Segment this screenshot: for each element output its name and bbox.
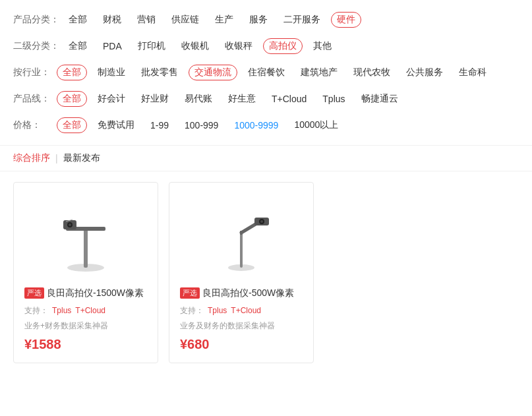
- industry-zhusucanting[interactable]: 住宿餐饮: [243, 65, 290, 80]
- sort-bar: 综合排序 | 最新发布: [0, 146, 532, 171]
- category-items: 全部 财税 营销 供应链 生产 服务 二开服务 硬件: [63, 12, 361, 28]
- product-grid: 严选 良田高拍仪-1500W像素 支持： Tplus T+Cloud 业务+财务…: [0, 171, 532, 374]
- pl-haoshengyi[interactable]: 好生意: [223, 92, 261, 106]
- price-label: 价格：: [13, 119, 53, 131]
- product-image-svg-1: [53, 196, 119, 276]
- category-caishui[interactable]: 财税: [98, 13, 127, 27]
- industry-jiaotong[interactable]: 交通物流: [189, 65, 237, 80]
- svg-rect-1: [84, 229, 88, 268]
- productline-items: 全部 好会计 好业财 易代账 好生意 T+Cloud Tplus 畅捷通云: [57, 91, 403, 107]
- industry-label: 按行业：: [13, 67, 53, 78]
- support-label-2: 支持：: [180, 305, 204, 316]
- price-free[interactable]: 免费试用: [92, 118, 140, 133]
- category-fuwu[interactable]: 服务: [244, 13, 273, 27]
- sub-pda[interactable]: PDA: [98, 40, 127, 53]
- sub-all[interactable]: 全部: [63, 39, 92, 53]
- product-badge-1: 严选: [24, 287, 44, 299]
- product-image-svg-2: [208, 196, 274, 276]
- product-card-1[interactable]: 严选 良田高拍仪-1500W像素 支持： Tplus T+Cloud 业务+财务…: [13, 182, 158, 363]
- category-gongyinglian[interactable]: 供应链: [166, 13, 204, 27]
- product-badge-title-1: 严选 良田高拍仪-1500W像素: [24, 287, 147, 300]
- product-badge-2: 严选: [180, 287, 200, 299]
- tag-tplus-2: Tplus: [208, 306, 227, 315]
- category-all[interactable]: 全部: [63, 13, 92, 27]
- support-label-1: 支持：: [24, 305, 48, 316]
- subcategory-filter-row: 二级分类： 全部 PDA 打印机 收银机 收银秤 高拍仪 其他: [13, 33, 519, 59]
- price-1-99[interactable]: 1-99: [145, 119, 174, 132]
- price-items: 全部 免费试用 1-99 100-999 1000-9999 10000以上: [57, 117, 343, 133]
- industry-jianzhu[interactable]: 建筑地产: [295, 65, 343, 80]
- sub-cheng[interactable]: 收银秤: [220, 39, 258, 53]
- industry-filter-row: 按行业： 全部 制造业 批发零售 交通物流 住宿餐饮 建筑地产 现代农牧 公共服…: [13, 59, 519, 86]
- price-1000-9999[interactable]: 1000-9999: [229, 119, 283, 132]
- pl-changjietong[interactable]: 畅捷通云: [356, 92, 403, 106]
- pl-all[interactable]: 全部: [57, 91, 87, 107]
- tag-tcloud-1: T+Cloud: [75, 306, 105, 315]
- sub-qita[interactable]: 其他: [308, 39, 337, 53]
- product-price-1: ¥1588: [24, 337, 147, 352]
- sub-shouyin[interactable]: 收银机: [176, 39, 214, 53]
- svg-rect-13: [240, 231, 243, 235]
- product-card-2[interactable]: 严选 良田高拍仪-500W像素 支持： Tplus T+Cloud 业务及财务的…: [169, 182, 314, 363]
- industry-nongye[interactable]: 现代农牧: [348, 65, 396, 80]
- category-yingjian[interactable]: 硬件: [331, 12, 361, 28]
- pl-haokuaiji[interactable]: 好会计: [92, 92, 131, 106]
- industry-items: 全部 制造业 批发零售 交通物流 住宿餐饮 建筑地产 现代农牧 公共服务 生命科: [57, 65, 492, 80]
- subcategory-items: 全部 PDA 打印机 收银机 收银秤 高拍仪 其他: [63, 38, 337, 54]
- productline-label: 产品线：: [13, 93, 53, 105]
- industry-zhizao[interactable]: 制造业: [92, 65, 131, 80]
- price-100-999[interactable]: 100-999: [179, 119, 223, 132]
- price-all[interactable]: 全部: [57, 117, 87, 133]
- industry-pifa[interactable]: 批发零售: [136, 65, 183, 80]
- category-label: 产品分类：: [13, 14, 59, 26]
- category-erkaifuwu[interactable]: 二开服务: [278, 13, 326, 27]
- price-filter-row: 价格： 全部 免费试用 1-99 100-999 1000-9999 10000…: [13, 112, 519, 138]
- product-title-2: 良田高拍仪-500W像素: [202, 287, 294, 300]
- sub-gaopaiyi[interactable]: 高拍仪: [263, 38, 303, 54]
- industry-shengming[interactable]: 生命科: [454, 65, 492, 80]
- filter-section: 产品分类： 全部 财税 营销 供应链 生产 服务 二开服务 硬件 二级分类： 全…: [0, 0, 532, 146]
- product-image-2: [180, 193, 303, 279]
- sort-latest[interactable]: 最新发布: [63, 152, 100, 164]
- tag-tcloud-2: T+Cloud: [231, 306, 261, 315]
- svg-point-12: [260, 220, 263, 223]
- category-yingxiao[interactable]: 营销: [132, 13, 161, 27]
- product-badge-title-2: 严选 良田高拍仪-500W像素: [180, 287, 303, 300]
- product-image-1: [24, 193, 147, 279]
- industry-gongfuwu[interactable]: 公共服务: [401, 65, 448, 80]
- svg-rect-8: [240, 233, 243, 268]
- category-filter-row: 产品分类： 全部 财税 营销 供应链 生产 服务 二开服务 硬件: [13, 7, 519, 33]
- pl-haoyecai[interactable]: 好业财: [136, 92, 174, 106]
- sort-comprehensive[interactable]: 综合排序: [13, 152, 50, 164]
- sub-dayinji[interactable]: 打印机: [133, 39, 171, 53]
- product-desc-2: 业务及财务的数据采集神器: [180, 320, 303, 332]
- product-support-1: 支持： Tplus T+Cloud: [24, 305, 147, 316]
- svg-point-5: [69, 223, 71, 226]
- pl-tcloud[interactable]: T+Cloud: [266, 92, 312, 105]
- product-title-1: 良田高拍仪-1500W像素: [47, 287, 144, 300]
- price-10000plus[interactable]: 10000以上: [289, 118, 343, 133]
- productline-filter-row: 产品线： 全部 好会计 好业财 易代账 好生意 T+Cloud Tplus 畅捷…: [13, 86, 519, 112]
- sort-divider: |: [55, 153, 58, 163]
- industry-all[interactable]: 全部: [57, 65, 87, 80]
- category-shengchan[interactable]: 生产: [210, 13, 239, 27]
- product-price-2: ¥680: [180, 337, 303, 352]
- subcategory-label: 二级分类：: [13, 40, 59, 52]
- product-desc-1: 业务+财务数据采集神器: [24, 320, 147, 332]
- product-support-2: 支持： Tplus T+Cloud: [180, 305, 303, 316]
- pl-yidaizhang[interactable]: 易代账: [179, 92, 218, 106]
- pl-tplus[interactable]: Tplus: [317, 92, 350, 105]
- tag-tplus-1: Tplus: [52, 306, 71, 315]
